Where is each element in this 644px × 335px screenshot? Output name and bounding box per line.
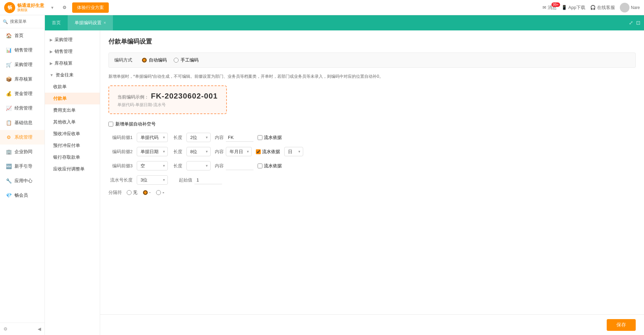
sub-nav-purchase[interactable]: ▶ 采购管理 [45, 34, 100, 46]
bottom-bar: 保存 [100, 314, 644, 335]
sidebar-item-inventory[interactable]: 📦 库存核算 [0, 72, 45, 86]
online-service-item[interactable]: 🎧 在线客服 [590, 4, 615, 11]
sidebar-item-basic[interactable]: 📋 基础信息 [0, 115, 45, 130]
service-icon: 🎧 [590, 5, 596, 10]
serial-length-select[interactable]: 3位 [137, 175, 168, 185]
prefix1-select[interactable]: 单据代码 [137, 133, 168, 142]
prefix1-row: 编码前缀1 单据代码 长度 2位 [108, 133, 636, 142]
logo-text: 畅通道好生意 旗舰版 [17, 3, 44, 12]
sep-dash-radio[interactable]: - [156, 189, 164, 196]
sub-nav-other-income[interactable]: 其他收入单 [45, 116, 100, 128]
content1-label: 内容 [215, 134, 224, 141]
content1-input[interactable] [226, 133, 253, 142]
length1-select-wrapper: 2位 [186, 133, 211, 142]
auto-radio-input[interactable] [142, 58, 147, 63]
prefix3-select[interactable]: 空 [137, 161, 168, 170]
sub-nav-bank[interactable]: 银行存取款单 [45, 151, 100, 163]
serial2-label: 流水依据 [262, 149, 280, 155]
serial3-checkbox[interactable] [258, 164, 262, 168]
maximize-button[interactable]: ⤢ [629, 20, 633, 26]
settings-button[interactable]: ⚙ [60, 3, 69, 12]
sidebar-settings-icon[interactable]: ⚙ [3, 326, 8, 332]
start-value-input[interactable] [194, 176, 222, 184]
sep-dot-radio[interactable]: · [143, 189, 151, 196]
sep-none-input[interactable] [127, 190, 132, 195]
manual-radio-input[interactable] [174, 58, 179, 63]
sidebar-item-purchase[interactable]: 🛒 采购管理 [0, 57, 45, 72]
length3-select[interactable] [186, 161, 211, 170]
sub-nav-ap-adjust[interactable]: 应收应付调整单 [45, 163, 100, 175]
finance-icon: 💰 [6, 91, 12, 97]
prefix1-select-wrapper: 单据代码 [137, 133, 168, 142]
arrow-capital: ▼ [50, 73, 54, 77]
top-bar: 畅 畅通道好生意 旗舰版 ▼ ⚙ 体验行业方案 ✉ 消息 99+ 📱 App下载 [0, 0, 644, 15]
sub-nav-prepay-receipt[interactable]: 预收冲应收单 [45, 128, 100, 140]
length2-select[interactable]: 8位 [186, 147, 211, 156]
sidebar-item-finance[interactable]: 💰 资金管理 [0, 86, 45, 101]
serial2-period-select[interactable]: 日 [284, 147, 303, 156]
sub-nav-payment[interactable]: 付款单 [45, 93, 100, 104]
serial2-checkbox-row: 流水依据 [256, 149, 280, 155]
user-area[interactable]: Nare [620, 3, 640, 12]
sidebar-item-sales[interactable]: 📊 销售管理 [0, 43, 45, 57]
experience-button[interactable]: 体验行业方案 [72, 2, 109, 13]
sep-dot-input[interactable] [143, 190, 148, 195]
serial3-checkbox-row: 流水依据 [258, 163, 282, 169]
tab-encoding[interactable]: 单据编码设置 × [68, 15, 113, 30]
sub-nav-prepay-payment[interactable]: 预付冲应付单 [45, 140, 100, 151]
inventory-icon: 📦 [6, 76, 12, 82]
sub-nav-inventory[interactable]: ▶ 库存核算 [45, 57, 100, 69]
serial-length-row: 流水号长度 3位 起始值 [108, 175, 636, 185]
encoding-method-section: 编码方式 自动编码 手工编码 [108, 53, 636, 68]
sidebar-item-home[interactable]: 🏠 首页 [0, 28, 45, 43]
system-icon: ⚙ [6, 134, 12, 140]
sidebar-item-member[interactable]: 💎 畅会员 [0, 188, 45, 203]
message-item[interactable]: ✉ 消息 99+ [542, 4, 557, 11]
top-bar-left: 畅 畅通道好生意 旗舰版 ▼ ⚙ 体验行业方案 [4, 2, 109, 13]
sidebar-collapse-icon[interactable]: ◀ [38, 326, 41, 332]
code-desc: 单据代码-单据日期-流水号 [117, 102, 218, 108]
content2-select[interactable]: 年月日 [226, 147, 252, 156]
app-download-item[interactable]: 📱 App下载 [561, 4, 585, 11]
start-value-field: 起始值 [179, 176, 222, 184]
serial2-period-wrapper: 日 [284, 147, 303, 156]
sidebar-item-guide[interactable]: 🆕 新手引导 [0, 159, 45, 174]
sidebar: 🔍 搜索菜单 🏠 首页 📊 销售管理 🛒 采购管理 📦 库存核算 💰 资金管理 … [0, 15, 45, 335]
sidebar-item-enterprise[interactable]: 🏢 企业协同 [0, 145, 45, 159]
length1-select[interactable]: 2位 [186, 133, 211, 142]
manual-encoding-radio[interactable]: 手工编码 [174, 57, 199, 63]
sidebar-item-operation[interactable]: 📈 经营管理 [0, 101, 45, 115]
content3-label: 内容 [215, 163, 224, 169]
serial3-label: 流水依据 [264, 163, 282, 169]
operation-icon: 📈 [6, 105, 12, 111]
serial2-checkbox[interactable] [256, 149, 261, 154]
sub-nav-sales[interactable]: ▶ 销售管理 [45, 46, 100, 57]
prefix2-select[interactable]: 单据日期 [137, 147, 168, 156]
sidebar-search[interactable]: 🔍 搜索菜单 [0, 15, 45, 28]
sidebar-item-system[interactable]: ⚙ 系统管理 [0, 130, 45, 145]
prefix3-select-wrapper: 空 [137, 161, 168, 170]
tab-close-icon[interactable]: × [104, 20, 106, 25]
serial-length-select-wrapper: 3位 [137, 175, 168, 185]
sep-dash-input[interactable] [156, 190, 161, 195]
download-icon: 📱 [561, 5, 567, 10]
message-badge: 99+ [551, 2, 560, 7]
auto-encoding-radio[interactable]: 自动编码 [142, 57, 167, 63]
save-button[interactable]: 保存 [607, 319, 636, 331]
serial1-checkbox[interactable] [258, 135, 262, 140]
restore-button[interactable]: ⊡ [636, 20, 641, 26]
top-bar-controls: ▼ ⚙ 体验行业方案 [48, 2, 109, 13]
auto-fill-checkbox[interactable] [108, 122, 113, 127]
prefix2-label: 编码前缀2 [108, 149, 133, 155]
sep-none-radio[interactable]: 无 [127, 189, 137, 196]
sidebar-item-apps[interactable]: 🔧 应用中心 [0, 174, 45, 188]
tab-home[interactable]: 首页 [45, 15, 68, 30]
sub-nav-capital[interactable]: ▼ 资金往来 [45, 69, 100, 81]
company-dropdown[interactable]: ▼ [48, 4, 57, 11]
sub-nav-expense[interactable]: 费用支出单 [45, 104, 100, 116]
content3-input[interactable] [226, 162, 253, 170]
content1-field: 内容 [215, 133, 253, 142]
search-icon: 🔍 [3, 19, 8, 24]
sub-nav-receipt[interactable]: 收款单 [45, 81, 100, 93]
enterprise-icon: 🏢 [6, 149, 12, 155]
